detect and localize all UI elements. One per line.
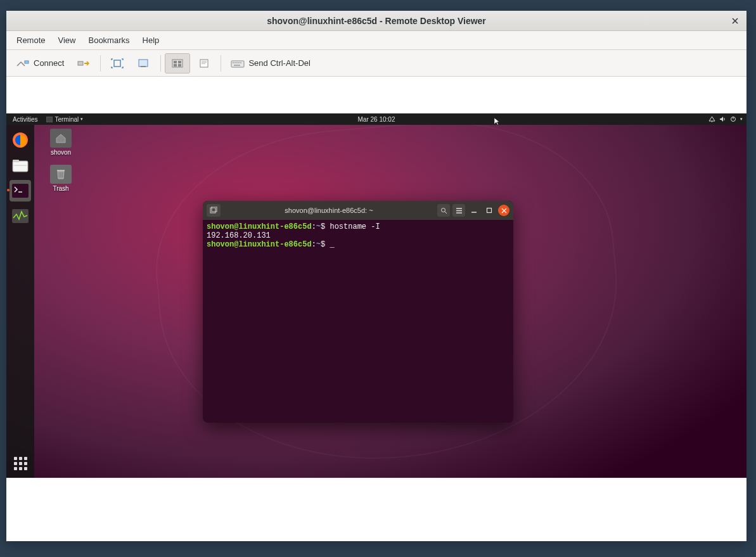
- network-icon: [708, 116, 715, 122]
- scaling-button[interactable]: [165, 53, 190, 74]
- dock-system-monitor[interactable]: [10, 205, 31, 227]
- topbar-datetime[interactable]: Mar 26 10:02: [358, 116, 395, 123]
- terminal-search-button[interactable]: [437, 204, 450, 217]
- menubar: Remote View Bookmarks Help: [6, 31, 746, 50]
- terminal-line: shovon@linuxhint-e86c5d:~$ _: [207, 240, 509, 249]
- svg-rect-28: [14, 165, 27, 166]
- search-icon: [440, 207, 447, 214]
- dock-firefox[interactable]: [10, 129, 31, 151]
- svg-rect-0: [25, 61, 29, 63]
- keyboard-icon: [231, 58, 245, 69]
- svg-point-34: [441, 208, 445, 212]
- svg-rect-13: [202, 63, 205, 64]
- terminal-window[interactable]: shovon@linuxhint-e86c5d: ~: [203, 201, 513, 423]
- send-cad-button[interactable]: Send Ctrl-Alt-Del: [225, 53, 316, 74]
- terminal-icon: [12, 184, 29, 198]
- prompt-path: ~: [316, 222, 321, 231]
- window-close-button[interactable]: [729, 15, 741, 27]
- prompt-symbol: $: [321, 240, 325, 249]
- svg-rect-9: [178, 64, 181, 67]
- desktop-trash[interactable]: Trash: [42, 165, 80, 192]
- terminal-cursor: _: [330, 240, 334, 249]
- gnome-topbar: Activities Terminal ▾ Mar 26 10:02 ▾: [6, 113, 746, 125]
- dropdown-icon: ▾: [740, 117, 743, 122]
- topbar-app-label: Terminal: [54, 116, 79, 123]
- titlebar[interactable]: shovon@linuxhint-e86c5d - Remote Desktop…: [6, 11, 746, 31]
- remote-desktop-viewer-window: shovon@linuxhint-e86c5d - Remote Desktop…: [6, 11, 746, 541]
- svg-point-22: [712, 121, 713, 122]
- svg-rect-19: [240, 62, 241, 63]
- remote-padding: [6, 77, 746, 113]
- terminal-headerbar[interactable]: shovon@linuxhint-e86c5d: ~: [203, 201, 513, 220]
- remote-display-area: Activities Terminal ▾ Mar 26 10:02 ▾: [6, 77, 746, 541]
- toolbar: Connect: [6, 50, 746, 77]
- trash-icon: [50, 165, 72, 184]
- power-icon: [730, 116, 736, 122]
- dock-files[interactable]: [10, 155, 31, 176]
- terminal-menu-button[interactable]: [452, 204, 465, 217]
- fullscreen-button[interactable]: [105, 53, 130, 74]
- desktop-home-folder[interactable]: shovon: [42, 129, 80, 156]
- dock-show-apps[interactable]: [11, 454, 30, 473]
- terminal-close-button[interactable]: [498, 205, 509, 216]
- fullscreen-icon: [110, 58, 124, 69]
- svg-rect-26: [13, 161, 28, 172]
- svg-rect-1: [78, 61, 83, 65]
- svg-rect-27: [13, 160, 19, 162]
- firefox-icon: [11, 131, 29, 149]
- send-cad-label: Send Ctrl-Alt-Del: [248, 58, 311, 68]
- readonly-button[interactable]: [191, 53, 217, 74]
- hamburger-icon: [456, 207, 463, 214]
- topbar-status-area[interactable]: ▾: [708, 116, 743, 122]
- svg-rect-21: [46, 117, 53, 122]
- disconnect-button[interactable]: [71, 53, 96, 74]
- terminal-line: shovon@linuxhint-e86c5d:~$ hostname -I: [207, 222, 509, 231]
- terminal-command: hostname -I: [330, 222, 380, 231]
- svg-rect-8: [174, 64, 177, 67]
- maximize-icon: [486, 207, 492, 214]
- gnome-dock: [6, 125, 34, 478]
- menu-remote[interactable]: Remote: [10, 33, 52, 48]
- menu-view[interactable]: View: [52, 33, 82, 48]
- disconnect-icon: [77, 58, 91, 69]
- files-icon: [11, 157, 29, 174]
- terminal-maximize-button[interactable]: [483, 204, 496, 217]
- activities-button[interactable]: Activities: [10, 116, 40, 123]
- connect-icon: [16, 58, 30, 69]
- svg-rect-17: [236, 62, 238, 63]
- close-icon: [731, 17, 739, 25]
- screenshot-icon: [137, 58, 151, 69]
- remote-screen[interactable]: Activities Terminal ▾ Mar 26 10:02 ▾: [6, 113, 746, 478]
- svg-rect-18: [238, 62, 240, 63]
- minimize-icon: [471, 207, 477, 214]
- home-folder-icon: [50, 129, 72, 148]
- scaling-icon: [170, 58, 184, 69]
- desktop-home-label: shovon: [51, 149, 71, 156]
- screenshot-button[interactable]: [131, 53, 157, 74]
- terminal-minimize-button[interactable]: [468, 204, 480, 217]
- topbar-app-menu[interactable]: Terminal ▾: [46, 116, 83, 123]
- svg-rect-33: [212, 207, 217, 212]
- svg-rect-20: [234, 65, 240, 66]
- toolbar-separator: [221, 55, 221, 72]
- svg-rect-2: [114, 60, 120, 67]
- toolbar-separator: [100, 55, 101, 72]
- close-icon: [501, 208, 507, 214]
- remote-padding: [6, 478, 746, 541]
- menu-help[interactable]: Help: [136, 33, 166, 48]
- terminal-new-tab-button[interactable]: [207, 204, 221, 217]
- menu-bookmarks[interactable]: Bookmarks: [82, 33, 136, 48]
- svg-rect-3: [139, 60, 148, 67]
- svg-rect-6: [174, 61, 177, 63]
- desktop-icons: shovon Trash: [42, 129, 80, 192]
- volume-icon: [719, 116, 726, 122]
- connect-button[interactable]: Connect: [10, 53, 70, 74]
- terminal-body[interactable]: shovon@linuxhint-e86c5d:~$ hostname -I 1…: [203, 220, 513, 423]
- desktop-trash-label: Trash: [53, 185, 68, 192]
- svg-rect-4: [141, 66, 146, 67]
- svg-rect-35: [487, 208, 492, 213]
- dock-terminal[interactable]: [10, 180, 31, 202]
- terminal-app-icon: [46, 117, 53, 122]
- svg-rect-31: [57, 170, 65, 171]
- svg-rect-15: [233, 62, 234, 63]
